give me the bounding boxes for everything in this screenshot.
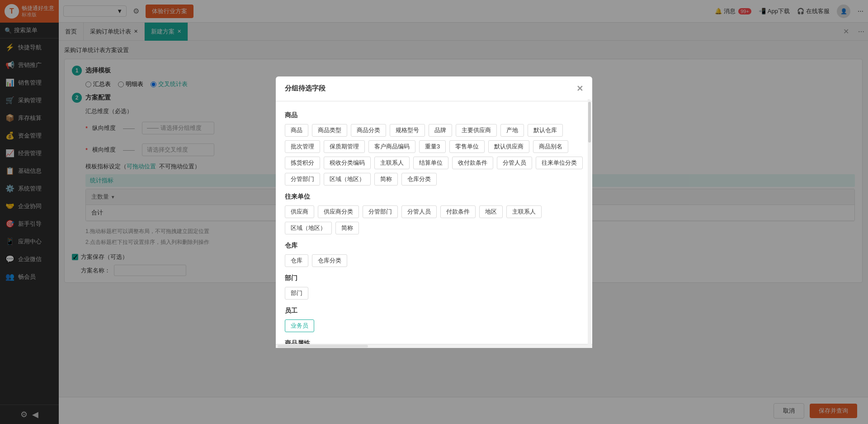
modal-scrollbar-thumb[interactable] — [588, 102, 591, 143]
field-tag[interactable]: 商品类型 — [312, 124, 347, 137]
modal-header: 分组待选字段 ✕ — [276, 76, 592, 101]
section-title-product-attr: 商品属性 — [285, 339, 583, 344]
modal-hscrollbar-thumb[interactable] — [278, 345, 368, 348]
field-grid-warehouse: 仓库 仓库分类 — [285, 254, 583, 267]
field-tag[interactable]: 主联系人 — [374, 157, 410, 169]
field-grid-employee: 业务员 — [285, 319, 583, 332]
field-tag[interactable]: 仓库分类 — [312, 254, 347, 267]
modal-close-btn[interactable]: ✕ — [576, 84, 583, 94]
modal-backdrop: 分组待选字段 ✕ 商品 商品 商品类型 商品分类 规格型号 品牌 主要供应商 产… — [0, 0, 868, 424]
field-tag[interactable]: 规格型号 — [390, 124, 425, 137]
field-tag[interactable]: 税收分类编码 — [324, 157, 371, 169]
field-tag[interactable]: 保质期管理 — [324, 140, 365, 153]
field-tag[interactable]: 批次管理 — [285, 140, 320, 153]
section-title-warehouse: 仓库 — [285, 242, 583, 250]
field-tag[interactable]: 付款条件 — [440, 205, 476, 218]
field-tag[interactable]: 简称 — [335, 222, 359, 234]
field-tag[interactable]: 供应商分类 — [318, 205, 359, 218]
section-title-department: 部门 — [285, 274, 583, 282]
field-tag[interactable]: 主联系人 — [506, 205, 542, 218]
field-grid-product: 商品 商品类型 商品分类 规格型号 品牌 主要供应商 产地 默认仓库 批次管理 … — [285, 124, 583, 186]
field-grid-department: 部门 — [285, 287, 583, 300]
section-title-product: 商品 — [285, 111, 583, 119]
field-tag[interactable]: 分管人员 — [401, 205, 437, 218]
field-tag[interactable]: 零售单位 — [449, 140, 485, 153]
field-tag[interactable]: 往来单位分类 — [536, 157, 583, 169]
field-tag-employee[interactable]: 业务员 — [285, 319, 314, 332]
field-tag[interactable]: 客户商品编码 — [368, 140, 415, 153]
modal-hscrollbar — [276, 344, 592, 348]
modal-scrollbar-track — [588, 99, 591, 348]
field-tag[interactable]: 商品分类 — [351, 124, 386, 137]
field-tag[interactable]: 品牌 — [429, 124, 452, 137]
field-tag[interactable]: 商品别名 — [533, 140, 568, 153]
modal-select-fields: 分组待选字段 ✕ 商品 商品 商品类型 商品分类 规格型号 品牌 主要供应商 产… — [276, 76, 592, 348]
field-tag[interactable]: 分管人员 — [497, 157, 532, 169]
field-tag[interactable]: 产地 — [500, 124, 524, 137]
field-tag[interactable]: 仓库 — [285, 254, 308, 267]
section-title-counterpart: 往来单位 — [285, 193, 583, 201]
field-tag[interactable]: 分管部门 — [285, 173, 320, 186]
modal-title: 分组待选字段 — [285, 84, 326, 93]
field-tag[interactable]: 默认仓库 — [528, 124, 563, 137]
field-tag[interactable]: 分管部门 — [363, 205, 398, 218]
field-tag[interactable]: 供应商 — [285, 205, 314, 218]
field-tag[interactable]: 拣货积分 — [285, 157, 320, 169]
modal-body[interactable]: 商品 商品 商品类型 商品分类 规格型号 品牌 主要供应商 产地 默认仓库 批次… — [276, 101, 592, 344]
field-tag[interactable]: 区域（地区） — [324, 173, 371, 186]
field-tag[interactable]: 区域（地区） — [285, 222, 332, 234]
field-tag[interactable]: 商品 — [285, 124, 308, 137]
field-tag[interactable]: 部门 — [285, 287, 308, 300]
field-tag[interactable]: 默认供应商 — [488, 140, 529, 153]
section-title-employee: 员工 — [285, 307, 583, 315]
field-tag[interactable]: 收付款条件 — [452, 157, 493, 169]
field-tag[interactable]: 结算单位 — [413, 157, 448, 169]
field-tag[interactable]: 重量3 — [419, 140, 446, 153]
field-tag[interactable]: 主要供应商 — [456, 124, 497, 137]
field-tag[interactable]: 地区 — [479, 205, 503, 218]
field-grid-counterpart: 供应商 供应商分类 分管部门 分管人员 付款条件 地区 主联系人 区域（地区） … — [285, 205, 583, 234]
field-tag[interactable]: 简称 — [374, 173, 398, 186]
field-tag[interactable]: 仓库分类 — [401, 173, 437, 186]
